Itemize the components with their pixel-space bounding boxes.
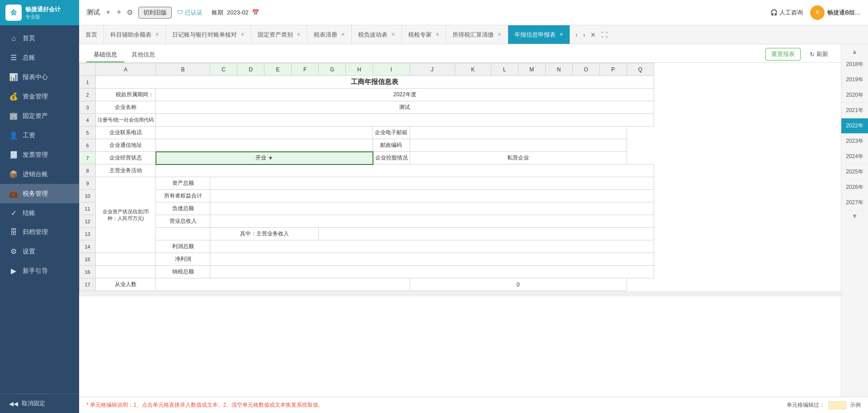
tab-journal[interactable]: 日记账与银行对账单核对 ✕ [166,25,251,44]
year-2022[interactable]: 2022年 [841,118,868,134]
cell-employees-value-left[interactable] [156,278,410,291]
col-header-l[interactable]: L [491,63,518,76]
year-2019[interactable]: 2019年 [841,72,868,88]
cell-net-profit-value[interactable] [210,253,654,266]
col-header-k[interactable]: K [455,63,491,76]
year-2018[interactable]: 2018年 [841,57,868,72]
topbar-settings-icon[interactable]: ⚙ [127,8,133,17]
topbar-dropdown-arrow[interactable]: ▼ [105,9,111,16]
sidebar-item-settings[interactable]: ⚙ 设置 [0,242,79,261]
tabs-close-all-icon[interactable]: ✕ [589,30,598,39]
col-header-m[interactable]: M [518,63,545,76]
cell-employees-value-right[interactable]: 0 [410,278,627,291]
tab-close-icon[interactable]: ✕ [435,32,439,38]
cell-email-value[interactable] [410,127,627,139]
tab-close-icon[interactable]: ✕ [559,32,563,38]
col-header-j[interactable]: J [410,63,455,76]
calendar-icon[interactable]: 📅 [252,9,259,16]
year-2025[interactable]: 2025年 [841,164,868,180]
col-header-f[interactable]: F [292,63,319,76]
sub-tab-basic[interactable]: 基础信息 [86,48,124,62]
cell-equity-value[interactable] [210,190,654,202]
cell-main-revenue-value[interactable] [319,228,654,240]
cell-main-biz-value[interactable] [156,164,654,177]
tab-close-icon[interactable]: ✕ [241,32,245,38]
service-button[interactable]: 🎧 人工咨询 [770,9,803,17]
tab-annual-report[interactable]: 年报信息申报表 ✕ [508,25,570,44]
year-panel-up[interactable]: ▲ [850,46,860,57]
col-header-i[interactable]: I [373,63,410,76]
year-2026[interactable]: 2026年 [841,180,868,195]
year-2020[interactable]: 2020年 [841,88,868,103]
cell-regnum-value[interactable] [156,114,654,127]
col-header-b[interactable]: B [156,63,210,76]
cell-biz-status-value[interactable]: 开业 ▼ [156,152,373,164]
cell-address-value[interactable] [156,139,373,152]
topbar-add-button[interactable]: + [117,8,122,17]
year-2024[interactable]: 2024年 [841,149,868,164]
tabs-next-icon[interactable]: › [581,30,587,39]
refresh-button[interactable]: ↻ 刷新 [804,48,834,61]
sidebar-item-ledger[interactable]: ☰ 总账 [0,48,79,67]
tab-home[interactable]: 首页 [79,25,104,44]
cell-phone-value[interactable] [156,127,373,139]
sidebar-item-payroll[interactable]: 👤 工资 [0,126,79,145]
tab-close-icon[interactable]: ✕ [497,32,501,38]
cell-zipcode-value[interactable] [410,139,627,152]
col-header-p[interactable]: P [599,63,627,76]
cell-revenue-total-value[interactable] [210,215,654,228]
tab-close-icon[interactable]: ✕ [391,32,395,38]
cell-company-value[interactable]: 测试 [156,101,654,114]
tab-tax-check[interactable]: 税检专家 ✕ [402,25,446,44]
spreadsheet-outer[interactable]: A B C D E F G H I J K L M [79,63,841,397]
tab-tax-burden[interactable]: 税负波动表 ✕ [352,25,402,44]
sidebar-item-funds[interactable]: 💰 资金管理 [0,87,79,106]
cell-total-assets-value[interactable] [210,177,654,190]
col-header-h[interactable]: H [346,63,373,76]
col-header-e[interactable]: E [264,63,292,76]
table-row: 2 税款所属期间： 2022年度 [80,89,654,101]
cell-profit-value[interactable] [210,240,654,253]
sidebar-item-reports[interactable]: 📊 报表中心 [0,67,79,87]
sub-tab-other[interactable]: 其他信息 [124,48,162,62]
switch-old-version-button[interactable]: 切到旧版 [138,7,172,19]
sidebar-item-tax[interactable]: 💼 税务管理 [0,184,79,203]
year-panel-down[interactable]: ▼ [850,211,860,221]
sidebar-item-archive[interactable]: 🗄 归档管理 [0,223,79,242]
col-header-d[interactable]: D [237,63,264,76]
tab-tax-schedule[interactable]: 税表清册 ✕ [307,25,352,44]
sidebar-item-purchase[interactable]: 📦 进销台账 [0,164,79,184]
col-header-n[interactable]: N [545,63,572,76]
col-header-q[interactable]: Q [627,63,654,76]
reset-button[interactable]: 重置报表 [765,48,801,61]
year-2021[interactable]: 2021年 [841,103,868,118]
year-2023[interactable]: 2023年 [841,134,868,149]
tab-close-icon[interactable]: ✕ [341,32,345,38]
cell-title[interactable]: 工商年报信息表 [96,76,654,89]
sidebar-item-invoice[interactable]: 🧾 发票管理 [0,145,79,164]
tab-fixed-assets[interactable]: 固定资产类别 ✕ [251,25,307,44]
sidebar-item-close[interactable]: ✓ 结账 [0,203,79,223]
dropdown-arrow-icon[interactable]: ▼ [268,155,274,161]
col-header-o[interactable]: O [572,63,599,76]
sidebar-item-home[interactable]: ⌂ 首页 [0,29,79,48]
cell-holding-value[interactable]: 私营企业 [410,152,627,164]
tab-close-icon[interactable]: ✕ [155,32,159,38]
sidebar-unpin[interactable]: ◀◀ 取消固定 [0,394,79,413]
tab-close-icon[interactable]: ✕ [297,32,301,38]
tab-income-tax[interactable]: 所得税汇算清缴 ✕ [446,25,508,44]
col-header-g[interactable]: G [319,63,346,76]
cell-period-value[interactable]: 2022年度 [156,89,654,101]
year-2027[interactable]: 2027年 [841,195,868,211]
sidebar-item-assets[interactable]: 🏢 固定资产 [0,106,79,126]
col-header-a[interactable]: A [96,63,156,76]
user-menu[interactable]: R 畅捷通B组… [810,5,861,20]
cell-tax-total-value[interactable] [210,266,654,278]
h-scrollbar[interactable] [79,291,841,296]
tabs-expand-icon[interactable]: ⛶ [599,30,609,39]
sidebar-item-guide[interactable]: ▶ 新手引导 [0,261,79,281]
cell-liabilities-value[interactable] [210,202,654,215]
tab-subject-balance[interactable]: 科目辅助余额表 ✕ [104,25,166,44]
tabs-prev-icon[interactable]: ‹ [574,30,580,39]
col-header-c[interactable]: C [210,63,237,76]
